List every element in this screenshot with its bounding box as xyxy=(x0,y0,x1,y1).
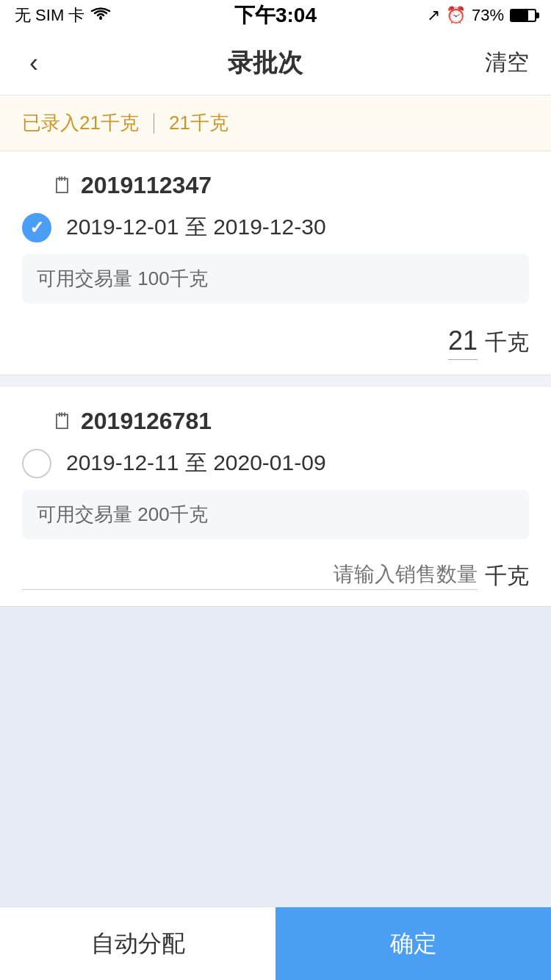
back-button[interactable]: ‹ xyxy=(22,40,46,86)
batch-2-icon: 🗒 xyxy=(51,409,73,434)
section-separator-1 xyxy=(0,375,551,387)
batch-1-quantity-underline: 21 xyxy=(448,325,478,360)
batch-1-availability: 可用交易量 100千克 xyxy=(22,254,529,303)
content-area: 🗒 2019112347 2019-12-01 至 2019-12-30 可用交… xyxy=(0,151,551,945)
batch-2-input-underline xyxy=(22,563,478,590)
batch-2-header: 🗒 2019126781 xyxy=(0,387,551,442)
summary-divider xyxy=(154,113,154,134)
batch-1-icon: 🗒 xyxy=(51,173,73,198)
batch-1-quantity-unit: 千克 xyxy=(485,328,529,358)
summary-recorded: 已录入21千克 xyxy=(22,110,139,136)
batch-1-quantity-value: 21 xyxy=(448,325,478,356)
location-icon: ↗ xyxy=(427,6,440,25)
batch-2-quantity-unit: 千克 xyxy=(485,561,529,591)
summary-bar: 已录入21千克 21千克 xyxy=(0,96,551,151)
batch-2-id: 2019126781 xyxy=(81,408,212,435)
batch-1-id: 2019112347 xyxy=(81,172,212,199)
status-left: 无 SIM 卡 xyxy=(15,4,111,26)
batch-card-1: 🗒 2019112347 2019-12-01 至 2019-12-30 可用交… xyxy=(0,151,551,375)
batch-card-2: 🗒 2019126781 2019-12-11 至 2020-01-09 可用交… xyxy=(0,387,551,607)
batch-2-radio[interactable] xyxy=(22,449,51,478)
status-right: ↗ ⏰ 73% xyxy=(427,6,536,25)
batch-1-date-row[interactable]: 2019-12-01 至 2019-12-30 xyxy=(0,206,551,248)
batch-1-radio[interactable] xyxy=(22,213,51,242)
battery-percent: 73% xyxy=(472,6,504,25)
confirm-button[interactable]: 确定 xyxy=(276,907,551,980)
batch-2-quantity-row: 千克 xyxy=(0,554,551,607)
batch-2-date-row[interactable]: 2019-12-11 至 2020-01-09 xyxy=(0,442,551,484)
carrier-text: 无 SIM 卡 xyxy=(15,4,84,26)
status-bar: 无 SIM 卡 下午3:04 ↗ ⏰ 73% xyxy=(0,0,551,31)
nav-bar: ‹ 录批次 清空 xyxy=(0,31,551,96)
batch-1-header: 🗒 2019112347 xyxy=(0,151,551,206)
wifi-icon xyxy=(90,6,111,25)
bottom-bar: 自动分配 确定 xyxy=(0,907,551,980)
batch-2-availability: 可用交易量 200千克 xyxy=(22,490,529,539)
summary-total: 21千克 xyxy=(169,110,228,136)
empty-area xyxy=(0,607,551,945)
page-title: 录批次 xyxy=(228,46,303,80)
batch-2-quantity-input[interactable] xyxy=(22,563,478,586)
batch-1-quantity-row: 21 千克 xyxy=(0,318,551,375)
alarm-icon: ⏰ xyxy=(446,6,466,25)
svg-point-0 xyxy=(99,17,102,20)
batch-1-date: 2019-12-01 至 2019-12-30 xyxy=(66,212,326,242)
battery-icon xyxy=(510,9,536,22)
clear-button[interactable]: 清空 xyxy=(485,48,529,78)
auto-distribute-button[interactable]: 自动分配 xyxy=(0,907,276,980)
batch-2-date: 2019-12-11 至 2020-01-09 xyxy=(66,448,326,478)
status-time: 下午3:04 xyxy=(234,1,317,29)
